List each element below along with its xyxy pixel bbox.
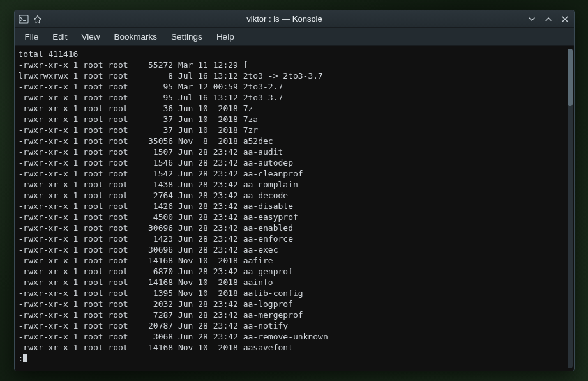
- pin-icon[interactable]: [33, 14, 43, 24]
- titlebar-right-icons: [527, 14, 570, 24]
- menu-file[interactable]: File: [19, 29, 45, 44]
- menubar: File Edit View Bookmarks Settings Help: [15, 28, 574, 46]
- konsole-window: viktor : ls — Konsole File Edit View Boo…: [14, 10, 575, 371]
- terminal-output: total 411416 -rwxr-xr-x 1 root root 5527…: [19, 49, 570, 353]
- menu-edit[interactable]: Edit: [46, 29, 73, 44]
- minimize-icon[interactable]: [527, 14, 537, 24]
- pager-prompt: :: [19, 354, 24, 363]
- close-icon[interactable]: [560, 14, 570, 24]
- svg-rect-0: [19, 15, 28, 23]
- pager-prompt-line: :: [19, 353, 570, 364]
- scrollbar-thumb[interactable]: [568, 49, 573, 106]
- maximize-icon[interactable]: [543, 14, 554, 24]
- titlebar: viktor : ls — Konsole: [15, 10, 574, 28]
- titlebar-left-icons: [19, 14, 43, 24]
- menu-view[interactable]: View: [75, 29, 107, 44]
- terminal-view[interactable]: total 411416 -rwxr-xr-x 1 root root 5527…: [15, 46, 574, 371]
- menu-help[interactable]: Help: [210, 29, 241, 44]
- app-icon: [19, 14, 29, 24]
- menu-settings[interactable]: Settings: [165, 29, 209, 44]
- vertical-scrollbar[interactable]: [568, 49, 573, 368]
- window-title: viktor : ls — Konsole: [43, 14, 527, 24]
- menu-bookmarks[interactable]: Bookmarks: [108, 29, 164, 44]
- cursor: [23, 354, 27, 362]
